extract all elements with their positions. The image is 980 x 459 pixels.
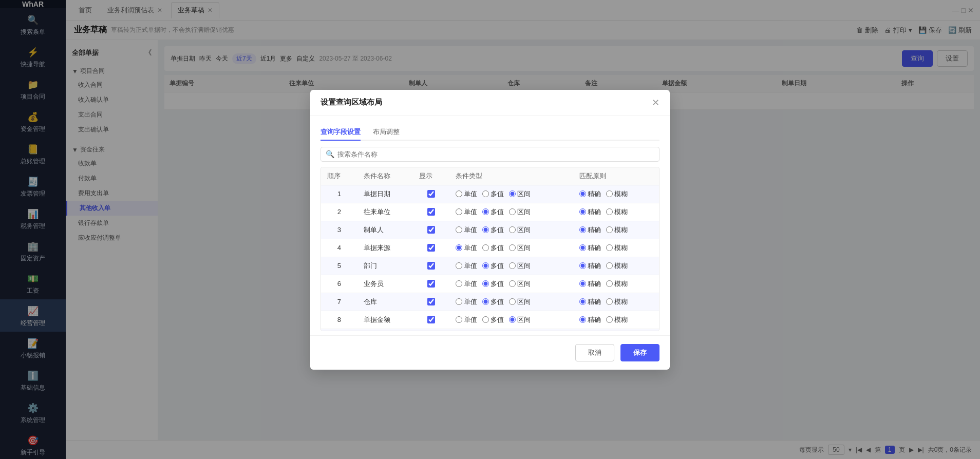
cell-name: 往来单位 xyxy=(357,203,413,221)
match-radio-item[interactable]: 精确 xyxy=(579,189,601,199)
cell-name: 仓库 xyxy=(357,293,413,311)
show-checkbox[interactable] xyxy=(427,298,435,305)
cell-match: 精确模糊 xyxy=(573,185,659,203)
type-radio-item[interactable]: 多值 xyxy=(482,261,504,271)
table-row: 8单据金额单值多值区间精确模糊 xyxy=(321,311,659,329)
match-radio-item[interactable]: 模糊 xyxy=(606,225,628,235)
col-match: 匹配原则 xyxy=(573,167,659,185)
config-table-container: 顺序 条件名称 显示 条件类型 匹配原则 1单据日期单值多值区间精确模糊2往来单… xyxy=(321,167,659,331)
type-radio-item[interactable]: 单值 xyxy=(456,225,477,235)
table-row: 5部门单值多值区间精确模糊 xyxy=(321,257,659,275)
cell-match: 精确模糊 xyxy=(573,275,659,293)
type-radio-item[interactable]: 单值 xyxy=(456,261,477,271)
type-radio-item[interactable]: 区间 xyxy=(509,261,531,271)
match-radio-item[interactable]: 精确 xyxy=(579,243,601,253)
type-radio-item[interactable]: 多值 xyxy=(482,315,504,324)
match-radio-item[interactable]: 精确 xyxy=(579,207,601,217)
type-radio-item[interactable]: 多值 xyxy=(482,207,504,217)
show-checkbox[interactable] xyxy=(427,226,435,234)
type-radio-item[interactable]: 区间 xyxy=(509,207,531,217)
table-row: 1单据日期单值多值区间精确模糊 xyxy=(321,185,659,203)
type-radio-item[interactable]: 多值 xyxy=(482,279,504,289)
show-checkbox[interactable] xyxy=(427,262,435,270)
dialog-save-button[interactable]: 保存 xyxy=(620,344,659,361)
match-radio-item[interactable]: 精确 xyxy=(579,315,601,324)
type-radio-item[interactable]: 多值 xyxy=(482,189,504,199)
dialog-title: 设置查询区域布局 xyxy=(321,98,382,107)
match-radio-item[interactable]: 模糊 xyxy=(606,261,628,271)
show-checkbox[interactable] xyxy=(427,190,435,198)
config-table: 顺序 条件名称 显示 条件类型 匹配原则 1单据日期单值多值区间精确模糊2往来单… xyxy=(321,167,659,331)
cell-show xyxy=(413,293,449,311)
cell-type: 单值多值区间 xyxy=(449,329,573,331)
match-radio-item[interactable]: 模糊 xyxy=(606,243,628,253)
cell-type: 单值多值区间 xyxy=(449,275,573,293)
type-radio-item[interactable]: 区间 xyxy=(509,243,531,253)
type-radio-item[interactable]: 单值 xyxy=(456,279,477,289)
type-radio-item[interactable]: 单值 xyxy=(456,243,477,253)
type-radio-item[interactable]: 区间 xyxy=(509,225,531,235)
match-radio-item[interactable]: 精确 xyxy=(579,261,601,271)
cell-type: 单值多值区间 xyxy=(449,257,573,275)
type-radio-item[interactable]: 多值 xyxy=(482,243,504,253)
cell-order: 9 xyxy=(321,329,357,331)
match-radio-item[interactable]: 精确 xyxy=(579,225,601,235)
cell-match: 精确模糊 xyxy=(573,239,659,257)
search-input[interactable] xyxy=(321,147,659,162)
show-checkbox[interactable] xyxy=(427,316,435,323)
match-radio-item[interactable]: 模糊 xyxy=(606,315,628,324)
show-checkbox[interactable] xyxy=(427,244,435,252)
type-radio-item[interactable]: 单值 xyxy=(456,297,477,307)
col-order: 顺序 xyxy=(321,167,357,185)
dialog-tab-layout[interactable]: 布局调整 xyxy=(373,124,400,141)
dialog-body: 查询字段设置 布局调整 🔍 顺序 条件名称 显示 xyxy=(310,116,670,331)
cell-name: 业务员 xyxy=(357,275,413,293)
type-radio-item[interactable]: 单值 xyxy=(456,189,477,199)
cell-order: 4 xyxy=(321,239,357,257)
col-type: 条件类型 xyxy=(449,167,573,185)
cell-show xyxy=(413,203,449,221)
table-row: 3制单人单值多值区间精确模糊 xyxy=(321,221,659,239)
match-radio-item[interactable]: 模糊 xyxy=(606,279,628,289)
type-radio-item[interactable]: 多值 xyxy=(482,225,504,235)
match-radio-item[interactable]: 模糊 xyxy=(606,297,628,307)
col-show: 显示 xyxy=(413,167,449,185)
type-radio-item[interactable]: 区间 xyxy=(509,297,531,307)
type-radio-item[interactable]: 多值 xyxy=(482,297,504,307)
match-radio-item[interactable]: 精确 xyxy=(579,297,601,307)
cell-order: 6 xyxy=(321,275,357,293)
type-radio-item[interactable]: 区间 xyxy=(509,189,531,199)
cell-match: 精确模糊 xyxy=(573,311,659,329)
search-icon: 🔍 xyxy=(326,150,334,158)
cancel-button[interactable]: 取消 xyxy=(575,344,614,361)
match-radio-item[interactable]: 模糊 xyxy=(606,207,628,217)
type-radio-item[interactable]: 区间 xyxy=(509,279,531,289)
cell-type: 单值多值区间 xyxy=(449,239,573,257)
type-radio-item[interactable]: 单值 xyxy=(456,315,477,324)
match-radio-item[interactable]: 精确 xyxy=(579,279,601,289)
cell-type: 单值多值区间 xyxy=(449,185,573,203)
table-row: 2往来单位单值多值区间精确模糊 xyxy=(321,203,659,221)
type-radio-item[interactable]: 区间 xyxy=(509,315,531,324)
type-radio-item[interactable]: 单值 xyxy=(456,207,477,217)
cell-match: 精确模糊 xyxy=(573,293,659,311)
cell-name: 部门 xyxy=(357,257,413,275)
dialog-tab-query-fields[interactable]: 查询字段设置 xyxy=(321,124,361,141)
cell-order: 2 xyxy=(321,203,357,221)
cell-show xyxy=(413,221,449,239)
table-row: 9备注单值多值区间精确模糊 xyxy=(321,329,659,331)
dialog-close-button[interactable]: ✕ xyxy=(652,97,659,108)
cell-match: 精确模糊 xyxy=(573,221,659,239)
cell-type: 单值多值区间 xyxy=(449,293,573,311)
table-row: 4单据来源单值多值区间精确模糊 xyxy=(321,239,659,257)
settings-dialog: 设置查询区域布局 ✕ 查询字段设置 布局调整 🔍 xyxy=(310,90,670,370)
cell-show xyxy=(413,257,449,275)
cell-show xyxy=(413,329,449,331)
show-checkbox[interactable] xyxy=(427,208,435,216)
cell-order: 7 xyxy=(321,293,357,311)
match-radio-item[interactable]: 模糊 xyxy=(606,189,628,199)
cell-match: 精确模糊 xyxy=(573,203,659,221)
dialog-tabs: 查询字段设置 布局调整 xyxy=(321,124,659,141)
dialog-overlay: 设置查询区域布局 ✕ 查询字段设置 布局调整 🔍 xyxy=(0,0,980,459)
show-checkbox[interactable] xyxy=(427,280,435,288)
